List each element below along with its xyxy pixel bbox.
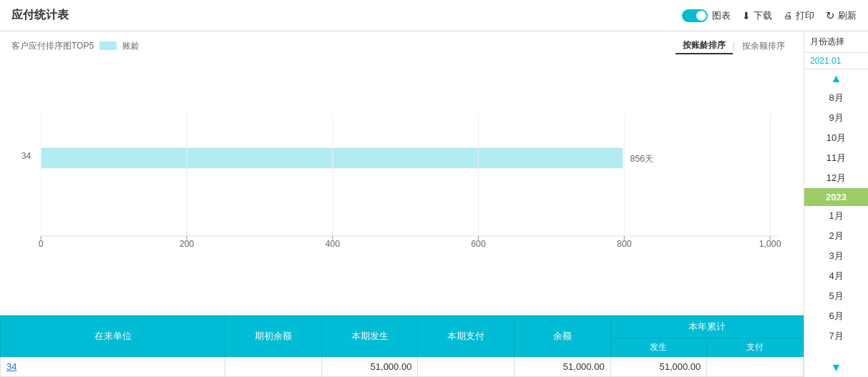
sidebar-month-item[interactable]: 12月 — [804, 168, 868, 188]
cell-opening — [225, 357, 322, 377]
svg-rect-1 — [41, 148, 623, 169]
right-sidebar: 月份选择 ▲ 8月9月10月11月12月20231月2月3月4月5月6月7月 ▼ — [804, 31, 868, 377]
svg-text:1,000: 1,000 — [759, 239, 781, 249]
sidebar-year-marker[interactable]: 2023 — [804, 188, 868, 206]
legend-text: 客户应付排序图TOP5 — [11, 40, 94, 52]
svg-text:400: 400 — [325, 239, 340, 249]
table-row: 34 51,000.00 51,000.00 51,000.00 — [1, 357, 804, 377]
chart-toggle-label: 图表 — [712, 9, 731, 22]
chart-header: 客户应付排序图TOP5 账龄 按账龄排序 | 按余额排序 — [0, 31, 804, 60]
sidebar-month-item[interactable]: 7月 — [804, 326, 868, 346]
svg-text:0: 0 — [39, 239, 44, 249]
sort-by-amount-button[interactable]: 按账龄排序 — [676, 37, 733, 54]
chart-toggle[interactable] — [682, 9, 708, 22]
col-current-header: 本期发生 — [321, 316, 418, 357]
svg-text:200: 200 — [180, 239, 195, 249]
sidebar-title: 月份选择 — [804, 31, 868, 53]
col-ytd-pay-header: 支付 — [707, 338, 804, 357]
chart-sort: 按账龄排序 | 按余额排序 — [676, 37, 792, 54]
bar-chart: 34 856天 0 200 400 600 800 — [11, 60, 792, 309]
print-icon: 🖨 — [784, 10, 793, 21]
sort-by-balance-button[interactable]: 按余额排序 — [735, 37, 792, 54]
svg-text:600: 600 — [471, 239, 486, 249]
page-title: 应付统计表 — [11, 8, 69, 23]
sidebar-up-button[interactable]: ▲ — [804, 69, 868, 88]
download-button[interactable]: ⬇ 下载 — [742, 9, 772, 22]
col-ytd-header: 本年累计 — [610, 316, 803, 338]
summary-table: 在来单位 期初余额 本期发生 本期支付 余额 本年累计 发生 支付 — [0, 315, 804, 377]
chart-toggle-wrapper: 图表 — [682, 9, 731, 22]
col-payment-header: 本期支付 — [418, 316, 515, 357]
download-label: 下载 — [754, 9, 772, 22]
download-icon: ⬇ — [742, 10, 751, 21]
cell-balance: 51,000.00 — [515, 357, 611, 377]
cell-unit: 34 — [1, 357, 225, 377]
legend-box — [99, 41, 117, 50]
sidebar-month-item[interactable]: 11月 — [804, 148, 868, 168]
table-wrapper: 在来单位 期初余额 本期发生 本期支付 余额 本年累计 发生 支付 — [0, 315, 804, 377]
sidebar-month-item[interactable]: 6月 — [804, 306, 868, 326]
col-unit-header: 在来单位 — [1, 316, 225, 357]
svg-text:34: 34 — [21, 151, 31, 161]
cell-payment — [418, 357, 515, 377]
cell-ytd-occur: 51,000.00 — [610, 357, 707, 377]
refresh-label: 刷新 — [838, 9, 857, 22]
cell-current: 51,000.00 — [321, 357, 418, 377]
cell-ytd-pay — [707, 357, 804, 377]
chart-legend: 客户应付排序图TOP5 账龄 — [11, 40, 140, 52]
year-input-field[interactable] — [810, 56, 862, 66]
col-ytd-occur-header: 发生 — [610, 338, 707, 357]
sidebar-month-item[interactable]: 10月 — [804, 128, 868, 148]
sidebar-month-item[interactable]: 1月 — [804, 206, 868, 226]
legend-box-label: 账龄 — [122, 40, 140, 52]
chart-area: 34 856天 0 200 400 600 800 — [0, 60, 804, 315]
sidebar-year-input[interactable] — [804, 53, 868, 69]
col-balance-header: 余额 — [515, 316, 611, 357]
svg-text:856天: 856天 — [630, 154, 654, 164]
sidebar-month-item[interactable]: 2月 — [804, 226, 868, 246]
sidebar-month-list: 8月9月10月11月12月20231月2月3月4月5月6月7月 — [804, 88, 868, 358]
sidebar-month-item[interactable]: 3月 — [804, 246, 868, 266]
col-opening-header: 期初余额 — [225, 316, 322, 357]
sidebar-month-item[interactable]: 4月 — [804, 266, 868, 286]
sidebar-month-item[interactable]: 8月 — [804, 88, 868, 108]
refresh-icon: ↻ — [826, 9, 835, 22]
sidebar-month-item[interactable]: 9月 — [804, 108, 868, 128]
unit-link[interactable]: 34 — [6, 361, 16, 372]
print-button[interactable]: 🖨 打印 — [784, 9, 814, 22]
sidebar-down-button[interactable]: ▼ — [804, 358, 868, 377]
sidebar-month-item[interactable]: 5月 — [804, 286, 868, 306]
header-actions: 图表 ⬇ 下载 🖨 打印 ↻ 刷新 — [682, 9, 857, 22]
table-section: 在来单位 期初余额 本期发生 本期支付 余额 本年累计 发生 支付 — [0, 315, 804, 377]
refresh-button[interactable]: ↻ 刷新 — [826, 9, 857, 22]
print-label: 打印 — [796, 9, 814, 22]
svg-text:800: 800 — [617, 239, 632, 249]
